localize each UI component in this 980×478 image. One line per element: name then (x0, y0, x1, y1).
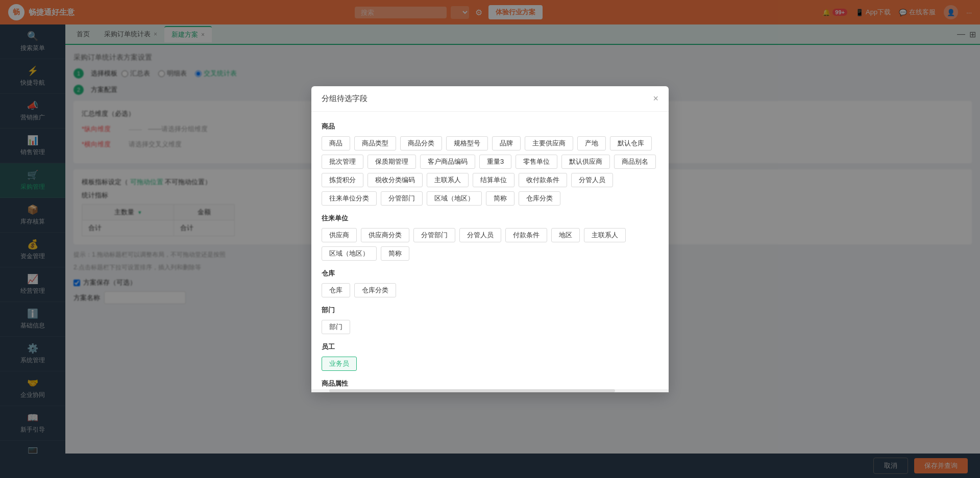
field-tag[interactable]: 区域（地区） (427, 191, 482, 206)
field-tag[interactable]: 供应商分类 (361, 228, 409, 242)
field-tag[interactable]: 仓库分类 (519, 191, 560, 206)
modal-body[interactable]: 商品 商品 商品类型 商品分类 规格型号 品牌 主要供应商 产地 默认仓库 批次… (311, 112, 669, 390)
field-tag[interactable]: 商品别名 (614, 155, 656, 169)
modal-header: 分组待选字段 × (311, 86, 669, 112)
modal-title: 分组待选字段 (322, 94, 368, 104)
field-tag[interactable]: 默认供应商 (561, 155, 610, 169)
dept-field-tags: 部门 (322, 320, 658, 334)
field-tag[interactable]: 分管部门 (381, 191, 423, 206)
field-tag[interactable]: 默认仓库 (610, 136, 652, 150)
field-tag[interactable]: 品牌 (492, 136, 521, 150)
partners-field-tags: 供应商 供应商分类 分管部门 分管人员 付款条件 地区 主联系人 区域（地区） … (322, 228, 658, 261)
field-tag[interactable]: 付款条件 (505, 228, 547, 242)
field-tag[interactable]: 商品类型 (354, 136, 396, 150)
field-tag[interactable]: 零售单位 (516, 155, 557, 169)
field-tag[interactable]: 分管人员 (459, 228, 501, 242)
field-tag[interactable]: 客户商品编码 (420, 155, 475, 169)
field-tag[interactable]: 主联系人 (584, 228, 626, 242)
modal-close-btn[interactable]: × (653, 93, 658, 104)
field-tag[interactable]: 往来单位分类 (322, 191, 377, 206)
field-tag[interactable]: 主要供应商 (525, 136, 573, 150)
field-tag[interactable]: 收付款条件 (519, 173, 567, 187)
modal-scroll-bar[interactable] (311, 389, 669, 392)
field-tag[interactable]: 批次管理 (322, 155, 363, 169)
employee-field-tags: 业务员 (322, 357, 658, 371)
field-tag[interactable]: 仓库 (322, 283, 350, 297)
field-tag[interactable]: 部门 (322, 320, 350, 334)
warehouse-field-tags: 仓库 仓库分类 (322, 283, 658, 297)
field-tag[interactable]: 主联系人 (427, 173, 469, 187)
field-tag[interactable]: 简称 (381, 246, 409, 261)
field-tag-employee[interactable]: 业务员 (322, 357, 357, 371)
field-select-modal: 分组待选字段 × 商品 商品 商品类型 商品分类 规格型号 品牌 主要供应商 产… (311, 86, 669, 392)
field-tag[interactable]: 供应商 (322, 228, 357, 242)
field-tag[interactable]: 规格型号 (446, 136, 488, 150)
field-tag[interactable]: 仓库分类 (354, 283, 396, 297)
section-title-partners: 往来单位 (322, 214, 658, 223)
field-tag[interactable]: 税收分类编码 (368, 173, 423, 187)
field-tag[interactable]: 拣货积分 (322, 173, 363, 187)
section-title-dept: 部门 (322, 306, 658, 315)
section-title-warehouse: 仓库 (322, 269, 658, 278)
field-tag[interactable]: 重量3 (479, 155, 511, 169)
goods-field-tags: 商品 商品类型 商品分类 规格型号 品牌 主要供应商 产地 默认仓库 批次管理 … (322, 136, 658, 206)
field-tag[interactable]: 简称 (486, 191, 514, 206)
field-tag[interactable]: 产地 (577, 136, 606, 150)
modal-overlay: 分组待选字段 × 商品 商品 商品类型 商品分类 规格型号 品牌 主要供应商 产… (0, 0, 980, 478)
field-tag[interactable]: 分管人员 (571, 173, 613, 187)
field-tag[interactable]: 商品 (322, 136, 350, 150)
field-tag[interactable]: 区域（地区） (322, 246, 377, 261)
section-title-attributes: 商品属性 (322, 379, 658, 388)
section-title-goods: 商品 (322, 122, 658, 131)
field-tag[interactable]: 分管部门 (413, 228, 455, 242)
modal-scroll-thumb[interactable] (329, 389, 615, 392)
section-title-employee: 员工 (322, 342, 658, 351)
field-tag[interactable]: 商品分类 (400, 136, 442, 150)
field-tag[interactable]: 结算单位 (473, 173, 514, 187)
field-tag[interactable]: 保质期管理 (368, 155, 416, 169)
field-tag[interactable]: 地区 (551, 228, 580, 242)
